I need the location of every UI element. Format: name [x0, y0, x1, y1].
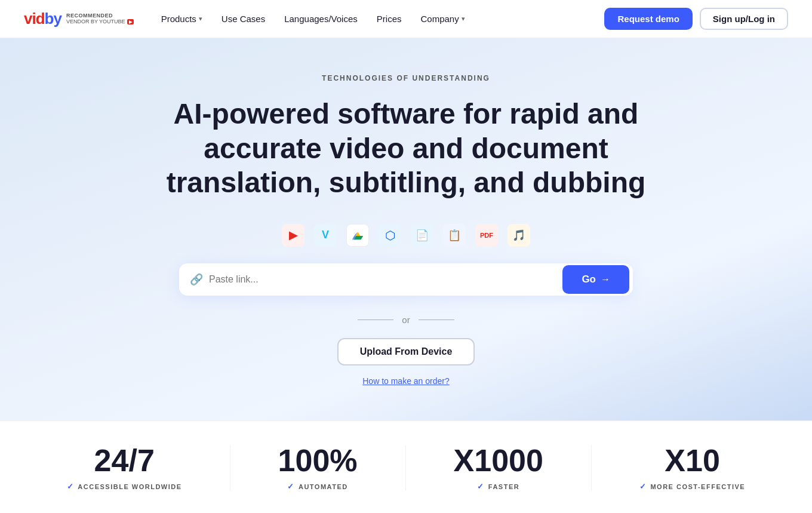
nav-right: Request demo Sign up/Log in [604, 8, 788, 30]
stat-number-x10: X10 [665, 445, 720, 476]
stat-label-x1000: ✓ FASTER [477, 482, 519, 491]
navbar: vidby RECOMMENDED VENDOR BY YOUTUBE ▶ Pr… [0, 0, 812, 38]
logo-by: by [45, 10, 61, 27]
stat-247: 24/7 ✓ ACCESSIBLE WORLDWIDE [19, 445, 230, 491]
go-label: Go [582, 274, 596, 285]
hero-section: TECHNOLOGIES OF UNDERSTANDING AI-powered… [0, 38, 812, 420]
how-to-link[interactable]: How to make an order? [362, 376, 450, 386]
vimeo-service-icon[interactable]: V [314, 224, 337, 247]
nav-left: vidby RECOMMENDED VENDOR BY YOUTUBE ▶ Pr… [24, 9, 473, 29]
arrow-right-icon: → [601, 274, 610, 285]
stats-section: 24/7 ✓ ACCESSIBLE WORLDWIDE 100% ✓ AUTOM… [0, 420, 812, 513]
link-icon: 🔗 [190, 273, 203, 286]
go-button[interactable]: Go → [562, 265, 629, 294]
logo-text: vidby [24, 10, 61, 28]
gdoc2-service-icon[interactable]: 📋 [443, 224, 466, 247]
check-icon-2: ✓ [287, 482, 295, 491]
youtube-service-icon[interactable]: ▶ [282, 224, 304, 247]
stat-label-x10: ✓ MORE COST-EFFECTIVE [639, 482, 745, 491]
stat-label-100: ✓ AUTOMATED [287, 482, 347, 491]
gdoc-service-icon[interactable]: 📄 [411, 224, 433, 247]
nav-links: Products ▾ Use Cases Languages/Voices Pr… [153, 9, 473, 29]
logo-badge: RECOMMENDED VENDOR BY YOUTUBE ▶ [66, 13, 134, 25]
nav-languages[interactable]: Languages/Voices [276, 9, 366, 29]
search-bar: 🔗 Go → [179, 263, 633, 296]
divider-line-right [419, 320, 454, 320]
request-demo-button[interactable]: Request demo [604, 8, 692, 30]
signup-button[interactable]: Sign up/Log in [700, 8, 788, 30]
audio-service-icon[interactable]: 🎵 [508, 224, 530, 247]
stat-label-247: ✓ ACCESSIBLE WORLDWIDE [67, 482, 182, 491]
upload-from-device-button[interactable]: Upload From Device [337, 338, 475, 365]
or-divider: or [358, 315, 454, 325]
or-text: or [402, 315, 410, 325]
service-icons: ▶ V ⬡ 📄 📋 [282, 224, 530, 247]
logo-vid: vid [24, 10, 45, 27]
dropbox-service-icon[interactable]: ⬡ [379, 224, 401, 247]
gdrive-service-icon[interactable] [346, 224, 369, 247]
nav-products[interactable]: Products ▾ [153, 9, 211, 29]
check-icon-3: ✓ [477, 482, 485, 491]
hero-subtitle: TECHNOLOGIES OF UNDERSTANDING [322, 74, 490, 82]
pdf-service-icon[interactable]: PDF [475, 224, 498, 247]
logo: vidby RECOMMENDED VENDOR BY YOUTUBE ▶ [24, 10, 134, 28]
yt-badge: ▶ [127, 19, 134, 25]
check-icon: ✓ [67, 482, 75, 491]
check-icon-4: ✓ [639, 482, 647, 491]
chevron-down-icon-2: ▾ [462, 15, 465, 23]
nav-prices[interactable]: Prices [368, 9, 410, 29]
stat-x10: X10 ✓ MORE COST-EFFECTIVE [592, 445, 793, 491]
stat-x1000: X1000 ✓ FASTER [406, 445, 592, 491]
stat-number-100: 100% [278, 445, 358, 476]
hero-title: AI-powered software for rapid and accura… [149, 97, 663, 200]
stat-100: 100% ✓ AUTOMATED [230, 445, 406, 491]
nav-use-cases[interactable]: Use Cases [213, 9, 273, 29]
search-input[interactable] [209, 263, 562, 296]
chevron-down-icon: ▾ [199, 15, 202, 23]
stat-number-247: 24/7 [94, 445, 155, 476]
badge-vendor: VENDOR BY YOUTUBE ▶ [66, 19, 134, 25]
nav-company[interactable]: Company ▾ [412, 9, 473, 29]
stat-number-x1000: X1000 [454, 445, 543, 476]
divider-line-left [358, 320, 393, 320]
